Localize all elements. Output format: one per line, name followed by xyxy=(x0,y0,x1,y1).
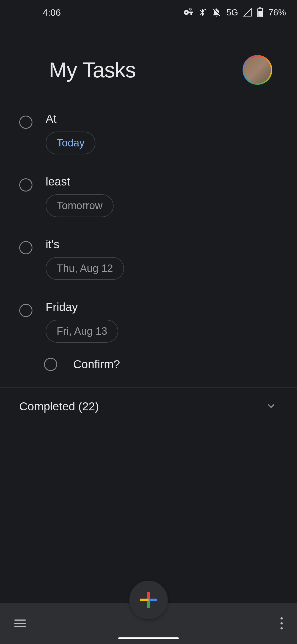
task-title: least xyxy=(46,175,278,188)
task-content: At Today xyxy=(46,112,278,154)
task-content: least Tomorrow xyxy=(46,175,278,217)
network-label: 5G xyxy=(226,7,238,18)
svg-rect-4 xyxy=(258,11,262,17)
subtask-item[interactable]: Confirm? xyxy=(0,358,297,379)
add-task-button[interactable] xyxy=(129,581,168,619)
task-item[interactable]: least Tomorrow xyxy=(0,170,297,232)
completed-section[interactable]: Completed (22) xyxy=(0,388,297,425)
task-checkbox[interactable] xyxy=(19,241,32,254)
task-content: Friday Fri, Aug 13 xyxy=(46,301,278,343)
nav-indicator[interactable] xyxy=(118,637,179,639)
battery-percentage: 76% xyxy=(268,7,286,18)
date-chip[interactable]: Tomorrow xyxy=(46,194,114,217)
more-icon[interactable] xyxy=(280,617,283,629)
task-title: At xyxy=(46,112,278,125)
completed-label: Completed (22) xyxy=(19,400,99,413)
signal-icon xyxy=(243,8,252,17)
task-item[interactable]: it's Thu, Aug 12 xyxy=(0,232,297,295)
task-title: it's xyxy=(46,238,278,251)
header: My Tasks xyxy=(0,25,297,96)
svg-point-1 xyxy=(205,9,206,10)
chevron-down-icon xyxy=(265,399,278,414)
vpn-key-icon: G xyxy=(183,7,193,17)
page-title: My Tasks xyxy=(49,58,136,83)
task-checkbox[interactable] xyxy=(19,116,32,129)
plus-icon xyxy=(140,592,157,608)
task-list: At Today least Tomorrow it's Thu, Aug 12… xyxy=(0,96,297,379)
battery-icon xyxy=(257,7,263,17)
task-item[interactable]: Friday Fri, Aug 13 xyxy=(0,295,297,358)
avatar[interactable] xyxy=(243,55,272,85)
date-chip[interactable]: Today xyxy=(46,132,95,154)
dnd-icon xyxy=(211,7,221,17)
bluetooth-icon xyxy=(198,8,207,17)
task-item[interactable]: At Today xyxy=(0,107,297,170)
status-time: 4:06 xyxy=(11,7,61,18)
task-title: Friday xyxy=(46,301,278,314)
svg-text:G: G xyxy=(189,7,192,11)
menu-icon[interactable] xyxy=(14,620,26,627)
task-checkbox[interactable] xyxy=(19,304,32,317)
status-bar: 4:06 G 5G xyxy=(0,0,297,25)
status-icons: G 5G 76% xyxy=(183,7,286,18)
subtask-checkbox[interactable] xyxy=(44,358,57,371)
date-chip[interactable]: Thu, Aug 12 xyxy=(46,257,124,280)
task-checkbox[interactable] xyxy=(19,178,32,192)
date-chip[interactable]: Fri, Aug 13 xyxy=(46,320,118,343)
subtask-title: Confirm? xyxy=(73,358,120,371)
task-content: it's Thu, Aug 12 xyxy=(46,238,278,280)
